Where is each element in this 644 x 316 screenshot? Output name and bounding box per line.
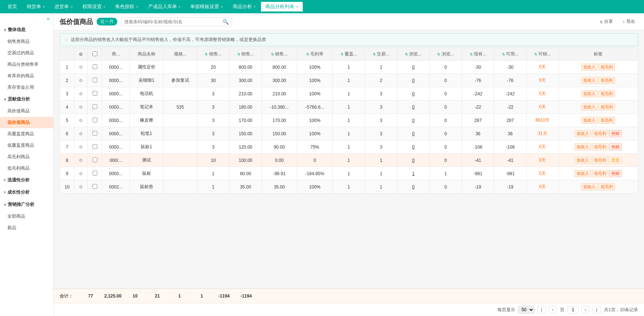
row-checkbox[interactable] (93, 171, 97, 176)
row-checkbox[interactable] (93, 131, 97, 136)
cell-num: 5 (60, 114, 74, 127)
nav-item-产成品入库单[interactable]: 产成品入库单 × (144, 2, 185, 11)
col-tag[interactable]: 标签 (559, 48, 638, 61)
nav-close-icon[interactable]: × (103, 4, 105, 9)
cell-browse1: 0 (397, 114, 429, 127)
search-icon[interactable]: 🔍 (222, 19, 229, 25)
first-page-button[interactable]: ⟨ (537, 306, 546, 313)
sidebar-item-高毛利商品[interactable]: 高毛利商品 (0, 151, 53, 163)
sidebar-item-高价值商品[interactable]: 高价值商品 (0, 105, 53, 117)
sidebar-item-销售类商品[interactable]: 销售类商品 (0, 36, 53, 47)
sidebar-item-低毛利商品[interactable]: 低毛利商品 (0, 163, 53, 174)
row-checkbox[interactable] (93, 144, 97, 149)
row-settings-icon[interactable]: ⚙ (79, 184, 83, 190)
browse1-link[interactable]: 0 (412, 145, 415, 150)
row-settings-icon[interactable]: ⚙ (79, 158, 83, 163)
col-sales_avg[interactable]: ⇅ 销售... (262, 48, 297, 61)
browse1-link[interactable]: 0 (412, 78, 415, 83)
sidebar-item-低覆盖度商品[interactable]: 低覆盖度商品 (0, 140, 53, 151)
per-page-select[interactable]: 50 (518, 306, 534, 314)
sidebar-item-高覆盖度商品[interactable]: 高覆盖度商品 (0, 128, 53, 140)
tag-badge: 低毛利 (598, 90, 615, 97)
nav-close-icon[interactable]: × (221, 4, 223, 9)
row-checkbox[interactable] (93, 91, 97, 96)
export-button[interactable]: ↑ 导出 (620, 17, 638, 26)
row-settings-icon[interactable]: ⚙ (79, 171, 83, 176)
prev-page-button[interactable]: ‹ (549, 306, 557, 313)
browse1-link[interactable]: 0 (412, 65, 415, 70)
filter-tag[interactable]: 近一月 (97, 18, 117, 26)
next-page-button[interactable]: › (581, 306, 590, 313)
nav-close-icon[interactable]: × (136, 4, 138, 9)
nav-item-权限设置[interactable]: 权限设置 × (78, 2, 110, 11)
col-sales_amt[interactable]: ⇅ 销售... (229, 48, 262, 61)
nav-item-商品分析列表[interactable]: 商品分析列表 × (261, 2, 302, 11)
settings-icon[interactable]: ⚙ (79, 52, 83, 57)
sidebar-section-成长性分析[interactable]: >成长性分析 (0, 186, 53, 198)
nav-close-icon[interactable]: × (70, 4, 73, 9)
row-checkbox[interactable] (93, 104, 97, 109)
sidebar-item-有库存的商品[interactable]: 有库存的商品 (0, 70, 53, 82)
col-spec[interactable]: 规格... (163, 48, 197, 61)
col-trade[interactable]: ⇅ 交易... (365, 48, 397, 61)
browse1-link[interactable]: 0 (412, 91, 415, 96)
sidebar-section-流通性分析[interactable]: >流通性分析 (0, 174, 53, 186)
row-settings-icon[interactable]: ⚙ (79, 91, 83, 96)
row-checkbox[interactable] (93, 64, 97, 69)
row-checkbox[interactable] (93, 157, 97, 162)
nav-item-商品分析[interactable]: 商品分析 × (228, 2, 260, 11)
nav-close-icon[interactable]: × (254, 4, 256, 9)
browse1-link[interactable]: 0 (412, 118, 415, 123)
row-settings-icon[interactable]: ⚙ (79, 78, 83, 83)
sidebar-item-商品分类销售率[interactable]: 商品分类销售率 (0, 59, 53, 70)
nav-item-角色授权[interactable]: 角色授权 × (111, 2, 142, 11)
sidebar-item-库存资金占用[interactable]: 库存资金占用 (0, 82, 53, 93)
sidebar-item-交易过的商品[interactable]: 交易过的商品 (0, 47, 53, 59)
col-name[interactable]: 商品名称 (130, 48, 163, 61)
row-checkbox[interactable] (93, 184, 97, 189)
nav-item-销货单[interactable]: 销货单 × (22, 2, 49, 11)
col-sales_qty[interactable]: ⇅ 销售... (197, 48, 229, 61)
col-cover[interactable]: ⇅ 覆盖... (333, 48, 365, 61)
sidebar-item-全部商品[interactable]: 全部商品 (0, 211, 53, 222)
cell-trade: 3 (365, 87, 397, 101)
row-settings-icon[interactable]: ⚙ (79, 118, 83, 123)
row-settings-icon[interactable]: ⚙ (79, 105, 83, 110)
browse1-link[interactable]: 0 (412, 158, 415, 163)
last-page-button[interactable]: ⟩ (593, 306, 601, 313)
row-checkbox[interactable] (93, 78, 97, 82)
sidebar-item-新品[interactable]: 新品 (0, 222, 53, 234)
col-browse1[interactable]: ⇅ 浏览... (397, 48, 429, 61)
nav-item-单据模板设置[interactable]: 单据模板设置 × (186, 2, 227, 11)
tag-badge: 低毛利 (598, 117, 615, 124)
row-checkbox[interactable] (93, 118, 97, 122)
nav-item-首页[interactable]: 首页 (3, 2, 21, 11)
sidebar-item-低价值商品[interactable]: 低价值商品 (0, 117, 53, 128)
nav-close-icon[interactable]: × (178, 4, 181, 9)
nav-item-进货单[interactable]: 进货单 × (50, 2, 77, 11)
table-row: 10⚙0002...鼠标垫135.0035.00100%1100-19-190天… (60, 180, 638, 194)
browse1-link[interactable]: 0 (412, 184, 415, 190)
select-all-checkbox[interactable] (93, 51, 97, 56)
page-number-input[interactable] (567, 306, 578, 313)
browse1-link[interactable]: 0 (412, 105, 415, 110)
browse1-link[interactable]: 0 (412, 131, 415, 136)
search-input[interactable] (124, 19, 220, 24)
sidebar-section-整体信息[interactable]: ∨整体信息 (0, 24, 53, 36)
row-settings-icon[interactable]: ⚙ (79, 65, 83, 70)
col-available[interactable]: ⇅ 可用... (494, 48, 526, 61)
sidebar-section-贡献值分析[interactable]: ∨贡献值分析 (0, 93, 53, 105)
sidebar-section-营销推广分析[interactable]: ∨营销推广分析 (0, 198, 53, 211)
nav-close-icon[interactable]: × (43, 4, 45, 9)
row-settings-icon[interactable]: ⚙ (79, 145, 83, 150)
share-button[interactable]: ⎋ 分享 (597, 17, 616, 26)
browse1-link[interactable]: 1 (412, 171, 415, 176)
col-browse2[interactable]: ⇅ 浏览... (429, 48, 462, 61)
col-margin[interactable]: ⇅ 毛利率 (297, 48, 332, 61)
row-settings-icon[interactable]: ⚙ (79, 131, 83, 136)
nav-close-icon[interactable]: × (296, 4, 298, 9)
col-saleable[interactable]: ⇅ 可销... (526, 48, 559, 61)
sidebar-collapse-button[interactable]: « (0, 13, 53, 24)
col-current[interactable]: ⇅ 现有... (462, 48, 494, 61)
col-code[interactable]: 商... (102, 48, 130, 61)
